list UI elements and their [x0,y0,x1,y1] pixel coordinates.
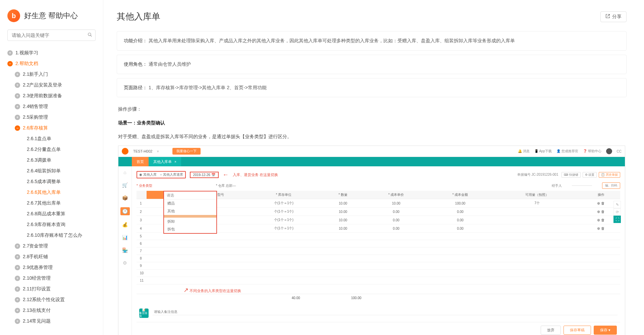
badge-shortcut: ⌨ 快捷键 [561,172,581,178]
th-num [137,191,147,199]
minus-icon: − [7,61,13,66]
intro-box: 功能介绍： 其他入库单用来处理除采购入库、产成品入库之外的其他入库业务，因此其他… [117,31,627,51]
minus-icon: − [15,125,20,131]
wallet-icon: 💰 [122,221,128,228]
nav-video-learning[interactable]: +1.视频学习 [7,48,96,58]
ss-biz-type-dropdown: 请选 赠品 其他 拆卸 拆包 [163,191,217,234]
avatar-icon [606,148,612,154]
steps-label: 操作步骤： [118,105,625,114]
nav-2-14[interactable]: +2.14常见问题 [7,316,96,327]
plus-icon: + [15,93,20,99]
plus-icon: + [15,72,20,77]
radio-return: ○ 其他入库退库 [160,172,183,177]
dd-opt-1: 赠品 [164,200,216,207]
nav-2-6-2[interactable]: 2.6.2分量盘点单 [7,144,96,155]
discard-button: 放弃 [541,326,561,335]
ss-filter-row: * 业务类型 * 仓库 总部— 经手人 编、扫码 [137,180,620,191]
intro-text: 其他入库单用来处理除采购入库、产成品入库之外的其他入库业务，因此其他入库单可处理… [149,38,515,43]
nav-2-12[interactable]: +2.12系统个性化设置 [7,294,96,305]
th-avail: 可用量（拍照） [492,191,582,199]
sidebar: b 好生意 帮助中心 +1.视频学习 −2.帮助文档 +2.1新手入门 +2.2… [0,0,103,335]
ss-badges: ⌨ 快捷键 ⚙ 设置 📋 历史单据 [561,172,620,178]
dd-opt-2: 其他 [164,207,216,215]
plus-icon: + [7,50,13,56]
nav-2-13[interactable]: +2.13在线支付 [7,305,96,316]
nav-2-6-1[interactable]: 2.6.1盘点单 [7,133,96,144]
logo: b 好生意 帮助中心 [7,9,96,22]
nav-2-6-8[interactable]: 2.6.8商品成本重算 [7,209,96,219]
arrow-icon: ← [223,171,229,178]
plus-icon: + [15,115,20,120]
table-row: 10 [137,270,620,277]
ss-memo: 📝备注信息 [137,304,620,322]
radio-in: ◉ 其他入库 [139,172,157,177]
scan-hint: 编、扫码 [602,182,620,189]
ss-date: 2019-12-26 📅 [190,172,219,178]
nav-2-9[interactable]: +2.9优惠券管理 [7,262,96,273]
share-button[interactable]: 分享 [600,11,627,22]
nav-2-6-3[interactable]: 2.6.3调拨单 [7,155,96,166]
nav-2-8[interactable]: +2.8手机旺铺 [7,252,96,262]
nav-2-4[interactable]: +2.4销售管理 [7,101,96,112]
th-unit: * 库存单位 [246,191,322,199]
search-input[interactable] [7,30,96,41]
svg-line-1 [91,35,92,37]
ss-help: ❓ 帮助中心 [583,149,601,154]
nav-2-3[interactable]: +2.3使用前数据准备 [7,91,96,101]
nav-2-11[interactable]: +2.11打印设置 [7,284,96,294]
th-amount: * 成本金额 [428,191,492,199]
cart-icon: 🛒 [122,182,128,188]
embedded-screenshot: TEST-H002 ▾ 我要做心一下 🔔 消息 📱 App下载 👤 您成推荐官 … [118,146,625,335]
ss-env: TEST-H002 [133,149,152,153]
ss-table-wrap: 请选 赠品 其他 拆卸 拆包 [137,191,620,302]
path-text: 1、库存核算->库存管理->其他入库单 2、首页->常用功能 [149,85,267,90]
search-box [7,30,96,41]
nav-2-6-5[interactable]: 2.6.5成本调整单 [7,176,96,187]
plus-icon: + [15,82,20,88]
nav-2-6-4[interactable]: 2.6.4组装拆卸单 [7,166,96,176]
nav-2-2[interactable]: +2.2产品安装及登录 [7,80,96,91]
ss-topbar: TEST-H002 ▾ 我要做心一下 🔔 消息 📱 App下载 👤 您成推荐官 … [118,146,625,157]
nav-2-1[interactable]: +2.1新手入门 [7,69,96,80]
th-price: * 成本单价 [364,191,428,199]
table-row: 7 [137,247,620,255]
nav-tree: +1.视频学习 −2.帮助文档 +2.1新手入门 +2.2产品安装及登录 +2.… [7,48,96,327]
home-icon: ⌂ [122,169,128,176]
badge-settings: ⚙ 设置 [583,172,597,178]
main-content: 其他入库单 分享 功能介绍： 其他入库单用来处理除采购入库、产成品入库之外的其他… [103,0,640,335]
ss-actions: 放弃 保存草稿 保存 ▾ [137,322,620,335]
clock-icon: 🕐 [120,207,130,215]
tool-1: ✎ [613,201,621,208]
table-row: 9 [137,262,620,270]
role-box: 使用角色： 通常由仓管人员维护 [117,55,627,74]
shop-icon: 🏪 [122,247,128,254]
search-icon[interactable] [88,33,92,38]
plus-icon: + [15,286,20,292]
nav-2-6[interactable]: −2.6库存核算 [7,123,96,133]
plus-icon: + [15,276,20,281]
nav-2-6-6[interactable]: 2.6.6其他入库单 [7,187,96,198]
th-qty: * 数量 [322,191,364,199]
nav-2-6-9[interactable]: 2.6.9库存账本查询 [7,219,96,230]
nav-2-10[interactable]: +2.10经营管理 [7,273,96,284]
plus-icon: + [15,104,20,109]
nav-2-6-7[interactable]: 2.6.7其他出库单 [7,198,96,209]
nav-2-5[interactable]: +2.5采购管理 [7,112,96,123]
nav-help-docs[interactable]: −2.帮助文档 [7,58,96,69]
path-box: 页面路径： 1、库存核算->库存管理->其他入库单 2、首页->常用功能 [117,78,627,98]
nav-2-7[interactable]: +2.7资金管理 [7,241,96,252]
share-icon [605,14,610,19]
ss-app: 📱 App下载 [534,149,552,154]
memo-input [153,309,618,315]
ss-side-tools: ✎ ⟳ ⛶ [613,201,621,223]
article-body: 操作步骤： 场景一：业务类型确认 对于受赠、盘盈或是拆装入库等不同的业务，是通过… [117,101,627,335]
gear-icon: ⚙ [122,260,128,266]
plus-icon: + [15,254,20,260]
svg-point-0 [88,33,91,36]
ss-user: CC [617,150,622,153]
dd-opt-5: 拆包 [164,225,216,233]
nav-2-6-10[interactable]: 2.6.10库存账本错了怎么办 [7,230,96,241]
draft-button: 保存草稿 [564,326,591,335]
scene1-text: 对于受赠、盘盈或是拆装入库等不同的业务，是通过单据头【业务类型】进行区分。 [118,132,625,141]
ss-msg: 🔔 消息 [518,149,530,154]
